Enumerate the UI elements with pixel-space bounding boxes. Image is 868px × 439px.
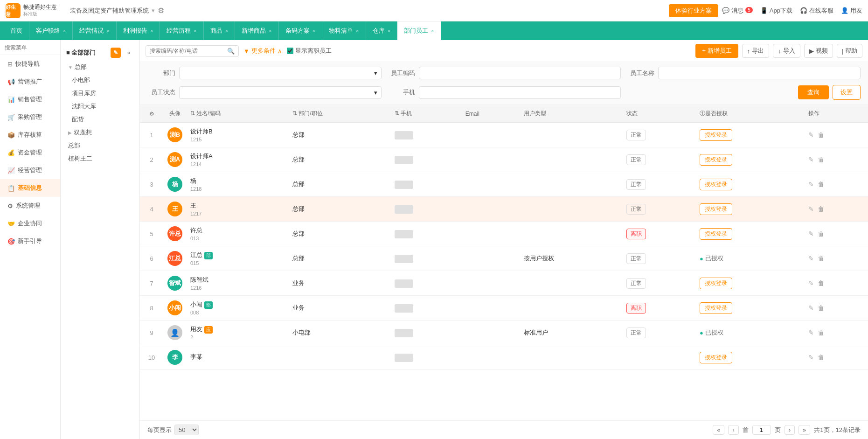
close-tab-bom[interactable]: × bbox=[356, 28, 359, 34]
message-btn[interactable]: 💬 消息 5 bbox=[722, 7, 753, 15]
close-tab-history[interactable]: × bbox=[194, 28, 196, 34]
sidebar-item-basic[interactable]: 📋 基础信息 bbox=[0, 179, 60, 197]
dept-tree-project[interactable]: 项目库房 bbox=[61, 87, 139, 100]
edit-icon[interactable]: ✎ bbox=[808, 131, 814, 139]
show-left-employees[interactable]: 显示离职员工 bbox=[287, 47, 332, 55]
edit-icon[interactable]: ✎ bbox=[808, 255, 814, 262]
auth-login-btn[interactable]: 授权登录 bbox=[700, 203, 732, 215]
auth-login-btn[interactable]: 授权登录 bbox=[700, 278, 732, 289]
auth-login-btn[interactable]: 授权登录 bbox=[700, 129, 732, 141]
edit-icon[interactable]: ✎ bbox=[808, 279, 814, 287]
sidebar-item-finance[interactable]: 💰 资金管理 bbox=[0, 144, 60, 161]
col-dept[interactable]: ⇅ 部门/职位 bbox=[289, 105, 391, 123]
user-avatar[interactable]: 👤 用友 bbox=[841, 7, 862, 15]
tab-warehouse[interactable]: 仓库× bbox=[366, 21, 397, 40]
sidebar-item-quicknav[interactable]: ⊞ 快捷导航 bbox=[0, 55, 60, 73]
view-btn[interactable]: ▶ 视频 bbox=[804, 44, 833, 58]
close-tab-management[interactable]: × bbox=[106, 28, 109, 34]
edit-icon[interactable]: ✎ bbox=[808, 156, 814, 163]
close-tab-employee[interactable]: × bbox=[431, 28, 434, 34]
delete-icon[interactable]: 🗑 bbox=[818, 354, 824, 361]
tab-customer[interactable]: 客户联络× bbox=[29, 21, 73, 40]
tab-home[interactable]: 首页 bbox=[4, 21, 29, 40]
tab-barcode[interactable]: 条码方案× bbox=[279, 21, 322, 40]
close-tab-goods[interactable]: × bbox=[225, 28, 228, 34]
next-page-btn[interactable]: › bbox=[785, 425, 795, 435]
auth-login-btn[interactable]: 授权登录 bbox=[700, 228, 732, 240]
import-btn[interactable]: ↓ 导入 bbox=[773, 44, 800, 58]
edit-icon[interactable]: ✎ bbox=[808, 181, 814, 188]
add-employee-btn[interactable]: + 新增员工 bbox=[695, 44, 738, 58]
code-filter-input[interactable] bbox=[419, 67, 621, 79]
col-name[interactable]: ⇅ 姓名/编码 bbox=[187, 105, 289, 123]
gear-icon[interactable]: ⚙ bbox=[158, 6, 164, 15]
dept-filter-select[interactable]: ▾ bbox=[179, 67, 382, 79]
edit-icon[interactable]: ✎ bbox=[808, 329, 814, 336]
dept-tree-shenyang[interactable]: 沈阳大库 bbox=[61, 100, 139, 113]
delete-icon[interactable]: 🗑 bbox=[818, 230, 824, 237]
close-tab-customer[interactable]: × bbox=[63, 28, 66, 34]
sidebar-item-guide[interactable]: 🎯 新手引导 bbox=[0, 232, 60, 250]
delete-icon[interactable]: 🗑 bbox=[818, 255, 824, 262]
edit-icon[interactable]: ✎ bbox=[808, 230, 814, 237]
sidebar-item-collab[interactable]: 🤝 企业协同 bbox=[0, 215, 60, 232]
dept-tree-shuanglu[interactable]: ▶ 双鹿想 bbox=[61, 126, 139, 139]
dept-tree-general2[interactable]: 总部 bbox=[61, 139, 139, 152]
delete-icon[interactable]: 🗑 bbox=[818, 329, 824, 336]
name-filter-input[interactable] bbox=[658, 67, 861, 79]
close-tab-warehouse[interactable]: × bbox=[388, 28, 390, 34]
show-left-checkbox[interactable] bbox=[287, 48, 293, 54]
close-tab-barcode[interactable]: × bbox=[312, 28, 315, 34]
auth-login-btn[interactable]: 授权登录 bbox=[700, 179, 732, 190]
sidebar-item-inventory[interactable]: 📦 库存核算 bbox=[0, 126, 60, 144]
sidebar-item-sales[interactable]: 📊 销售管理 bbox=[0, 91, 60, 108]
sidebar-item-marketing[interactable]: 📢 营销推广 bbox=[0, 73, 60, 91]
tab-employee[interactable]: 部门员工× bbox=[397, 21, 441, 40]
tab-history[interactable]: 经营历程× bbox=[160, 21, 203, 40]
online-service-btn[interactable]: 🎧 在线客服 bbox=[800, 7, 833, 15]
close-tab-newgoods[interactable]: × bbox=[269, 28, 271, 34]
tab-newgoods[interactable]: 新增商品× bbox=[235, 21, 278, 40]
page-number-input[interactable] bbox=[752, 425, 771, 435]
last-page-btn[interactable]: » bbox=[799, 425, 810, 435]
app-download-btn[interactable]: 📱 App下载 bbox=[760, 7, 792, 15]
phone-filter-input[interactable] bbox=[419, 86, 621, 99]
col-settings[interactable]: ⚙ bbox=[140, 105, 163, 123]
delete-icon[interactable]: 🗑 bbox=[818, 181, 824, 188]
col-phone[interactable]: ⇅ 手机 bbox=[391, 105, 462, 123]
edit-icon[interactable]: ✎ bbox=[808, 205, 814, 213]
dept-edit-icon[interactable]: ✎ bbox=[111, 48, 121, 58]
auth-login-btn[interactable]: 授权登录 bbox=[700, 302, 732, 314]
set-btn[interactable]: 设置 bbox=[833, 85, 861, 100]
delete-icon[interactable]: 🗑 bbox=[818, 156, 824, 163]
page-size-select[interactable]: 50 20 100 bbox=[174, 425, 199, 435]
query-btn[interactable]: 查询 bbox=[798, 85, 829, 99]
tab-profit[interactable]: 利润报告× bbox=[117, 21, 160, 40]
dept-collapse-icon[interactable]: « bbox=[124, 48, 134, 58]
edit-icon[interactable]: ✎ bbox=[808, 354, 814, 361]
dept-tree-xiaodian[interactable]: 小电部 bbox=[61, 74, 139, 87]
status-filter-select[interactable]: ▾ bbox=[179, 86, 382, 99]
sidebar-item-purchase[interactable]: 🛒 采购管理 bbox=[0, 108, 60, 126]
dept-tree-zhishu[interactable]: 植树王二 bbox=[61, 152, 139, 165]
sidebar-item-system[interactable]: ⚙ 系统管理 bbox=[0, 197, 60, 215]
search-input[interactable] bbox=[150, 48, 224, 54]
dept-tree-general[interactable]: ▼ 总部 bbox=[61, 61, 139, 74]
auth-login-btn[interactable]: 授权登录 bbox=[700, 154, 732, 166]
dept-tree-peihuo[interactable]: 配货 bbox=[61, 113, 139, 126]
tab-bom[interactable]: 物料清单× bbox=[322, 21, 366, 40]
prev-page-btn[interactable]: ‹ bbox=[728, 425, 738, 435]
first-page-btn[interactable]: « bbox=[713, 425, 724, 435]
auth-login-btn[interactable]: 授权登录 bbox=[700, 352, 732, 363]
export-btn[interactable]: ↑ 导出 bbox=[742, 44, 770, 58]
delete-icon[interactable]: 🗑 bbox=[818, 304, 824, 312]
delete-icon[interactable]: 🗑 bbox=[818, 205, 824, 213]
tab-management[interactable]: 经营情况× bbox=[73, 21, 116, 40]
dropdown-arrow-icon[interactable]: ▾ bbox=[152, 7, 155, 14]
edit-icon[interactable]: ✎ bbox=[808, 304, 814, 312]
more-conditions-btn[interactable]: ▼ 更多条件 ∧ bbox=[243, 47, 282, 55]
delete-icon[interactable]: 🗑 bbox=[818, 131, 824, 139]
trial-btn[interactable]: 体验行业方案 bbox=[669, 4, 718, 17]
sidebar-search-input[interactable] bbox=[5, 44, 61, 51]
close-tab-profit[interactable]: × bbox=[150, 28, 153, 34]
